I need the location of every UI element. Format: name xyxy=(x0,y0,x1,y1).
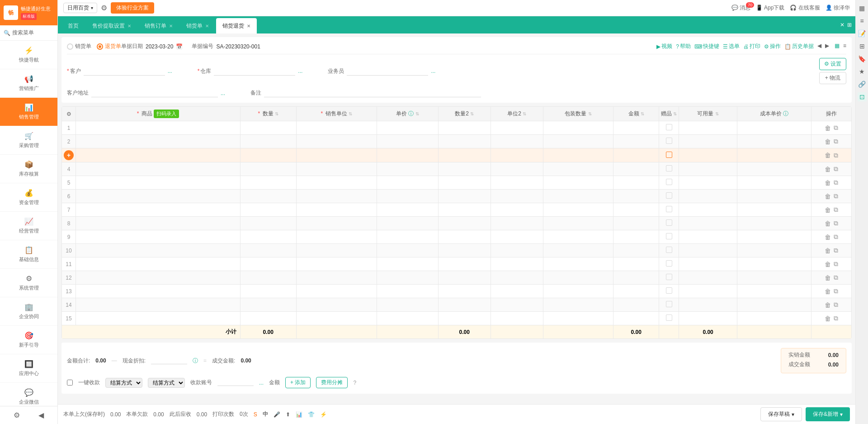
gift-checkbox-12[interactable] xyxy=(666,274,672,280)
one-click-payment-checkbox[interactable] xyxy=(67,380,73,386)
copy-row-icon-5[interactable]: ⧉ xyxy=(834,179,838,186)
quantity-sort-icon[interactable]: ⇅ xyxy=(275,111,278,116)
gift-checkbox-8[interactable] xyxy=(666,219,672,226)
customer-input[interactable] xyxy=(84,67,165,76)
sidebar-item-system[interactable]: ⚙ 系统管理 xyxy=(0,269,57,297)
tab-sales-delivery[interactable]: 销货单 ✕ xyxy=(180,18,215,33)
tab-sales-order[interactable]: 销售订单 ✕ xyxy=(138,18,179,33)
discount-input[interactable] xyxy=(151,357,187,364)
tab-close-price-setting[interactable]: ✕ xyxy=(127,24,131,29)
copy-row-icon-4[interactable]: ⧉ xyxy=(834,165,838,173)
delete-row-icon-1[interactable]: 🗑 xyxy=(825,124,831,132)
tab-home[interactable]: 首页 xyxy=(61,18,85,33)
gift-checkbox-3[interactable] xyxy=(666,152,672,158)
add-row-btn[interactable]: + xyxy=(64,150,74,160)
sidebar-item-search[interactable]: 🔍 搜索菜单 xyxy=(0,25,57,41)
copy-row-icon-11[interactable]: ⧉ xyxy=(834,260,838,268)
delete-row-icon-12[interactable]: 🗑 xyxy=(825,274,831,281)
copy-row-icon-13[interactable]: ⧉ xyxy=(834,287,838,295)
product-input-3[interactable] xyxy=(78,152,238,158)
delete-row-icon-6[interactable]: 🗑 xyxy=(825,193,831,200)
scan-input-btn[interactable]: 扫码录入 xyxy=(154,110,179,118)
grid-view-icon[interactable]: ▦ xyxy=(835,43,840,50)
unit-price-info-icon[interactable]: ⓘ xyxy=(408,110,414,117)
gift-checkbox-13[interactable] xyxy=(666,287,672,294)
rp-icon-6[interactable]: ★ xyxy=(858,67,867,76)
rp-icon-8[interactable]: ⊡ xyxy=(858,92,867,101)
add-payment-btn[interactable]: + 添加 xyxy=(285,377,311,388)
salesperson-select-btn[interactable]: ... xyxy=(431,68,435,74)
delete-row-icon-15[interactable]: 🗑 xyxy=(825,315,831,322)
account-input[interactable] xyxy=(217,379,254,386)
rp-icon-5[interactable]: 🔖 xyxy=(858,54,867,63)
operate-link[interactable]: ⚙ 操作 xyxy=(764,43,781,50)
cost-price-info-icon[interactable]: ⓘ xyxy=(783,110,788,117)
amount-sort-icon[interactable]: ⇅ xyxy=(641,111,644,116)
address-input[interactable] xyxy=(91,89,218,97)
sales-unit-sort-icon[interactable]: ⇅ xyxy=(349,111,352,116)
save-new-btn[interactable]: 保存&新增 ▾ xyxy=(806,407,850,421)
customer-select-btn[interactable]: ... xyxy=(168,68,172,74)
app-download-btn[interactable]: 📱 App下载 xyxy=(756,4,784,12)
gift-checkbox-10[interactable] xyxy=(666,247,672,253)
nav-next-icon[interactable]: ▶ xyxy=(825,43,829,50)
list-view-icon[interactable]: ≡ xyxy=(843,43,846,50)
sidebar-item-marketing[interactable]: 📢 营销推广 xyxy=(0,69,57,98)
delete-row-icon-9[interactable]: 🗑 xyxy=(825,233,831,241)
delete-row-icon-11[interactable]: 🗑 xyxy=(825,261,831,268)
copy-row-icon-9[interactable]: ⧉ xyxy=(834,233,838,241)
delete-row-icon-3[interactable]: 🗑 xyxy=(825,152,831,159)
gift-sort-icon[interactable]: ⇅ xyxy=(673,111,677,116)
sidebar-item-basic[interactable]: 📋 基础信息 xyxy=(0,240,57,269)
tab-expand-btn[interactable]: ⊞ xyxy=(847,22,852,28)
rp-icon-1[interactable]: ▦ xyxy=(858,4,867,13)
rp-icon-2[interactable]: ≡ xyxy=(858,16,867,25)
collapse-icon[interactable]: ◀ xyxy=(38,411,44,419)
tab-close-sales-return[interactable]: ✕ xyxy=(247,24,250,29)
tab-close-sales-order[interactable]: ✕ xyxy=(169,24,173,29)
message-btn[interactable]: 💬 消息 70 xyxy=(731,4,750,12)
rp-icon-3[interactable]: 📝 xyxy=(858,29,867,38)
settings-icon[interactable]: ⚙ xyxy=(14,411,20,419)
remark-input[interactable] xyxy=(264,89,481,97)
unit2-sort-icon[interactable]: ⇅ xyxy=(523,111,526,116)
calendar-icon[interactable]: 📅 xyxy=(176,43,183,50)
copy-row-icon-12[interactable]: ⧉ xyxy=(834,274,838,281)
nav-prev-icon[interactable]: ◀ xyxy=(817,43,821,50)
radio-return[interactable]: 退货单 xyxy=(97,43,121,50)
delete-row-icon-10[interactable]: 🗑 xyxy=(825,247,831,254)
radio-sales[interactable]: 销货单 xyxy=(67,43,91,50)
logistics-btn[interactable]: + 物流 xyxy=(819,72,846,84)
gift-checkbox-1[interactable] xyxy=(666,124,672,130)
calc-method-select[interactable]: 结算方式 xyxy=(148,378,185,388)
settlement-select[interactable]: 结算方式 xyxy=(105,378,142,388)
sidebar-item-operations[interactable]: 📈 经营管理 xyxy=(0,212,57,240)
copy-row-icon-14[interactable]: ⧉ xyxy=(834,301,838,309)
help-link[interactable]: ? 帮助 xyxy=(676,43,691,50)
gift-checkbox-5[interactable] xyxy=(666,179,672,185)
sidebar-item-inventory[interactable]: 📦 库存核算 xyxy=(0,155,57,183)
copy-row-icon-3[interactable]: ⧉ xyxy=(834,152,838,159)
sidebar-item-finance[interactable]: 💰 资金管理 xyxy=(0,183,57,212)
online-service-btn[interactable]: 🎧 在线客服 xyxy=(790,4,820,12)
salesperson-input[interactable] xyxy=(347,67,428,76)
sidebar-item-shortcut[interactable]: ⚡ 快捷导航 xyxy=(0,41,57,69)
settings-btn[interactable]: ⚙ 设置 xyxy=(819,58,846,70)
shortcut-link[interactable]: ⌨ 快捷键 xyxy=(694,43,719,50)
delete-row-icon-2[interactable]: 🗑 xyxy=(825,138,831,145)
quantity2-sort-icon[interactable]: ⇅ xyxy=(470,111,474,116)
delete-row-icon-4[interactable]: 🗑 xyxy=(825,166,831,173)
warehouse-input[interactable]: 总仓 xyxy=(214,67,295,76)
print-link[interactable]: 🖨 打印 xyxy=(743,43,760,50)
rp-icon-7[interactable]: 🔗 xyxy=(858,80,867,89)
save-draft-btn[interactable]: 保存草稿 ▾ xyxy=(760,407,802,421)
delete-row-icon-5[interactable]: 🗑 xyxy=(825,179,831,186)
sidebar-item-wechat[interactable]: 💬 企业微信 xyxy=(0,383,57,406)
delete-row-icon-7[interactable]: 🗑 xyxy=(825,206,831,214)
fee-split-btn[interactable]: 费用分摊 xyxy=(316,377,348,388)
tab-price-setting[interactable]: 售价提取设置 ✕ xyxy=(86,18,137,33)
tab-close-sales-delivery[interactable]: ✕ xyxy=(205,24,209,29)
sidebar-item-appstore[interactable]: 🔲 应用中心 xyxy=(0,354,57,383)
fee-info-icon[interactable]: ? xyxy=(353,380,356,386)
gift-checkbox-9[interactable] xyxy=(666,233,672,239)
